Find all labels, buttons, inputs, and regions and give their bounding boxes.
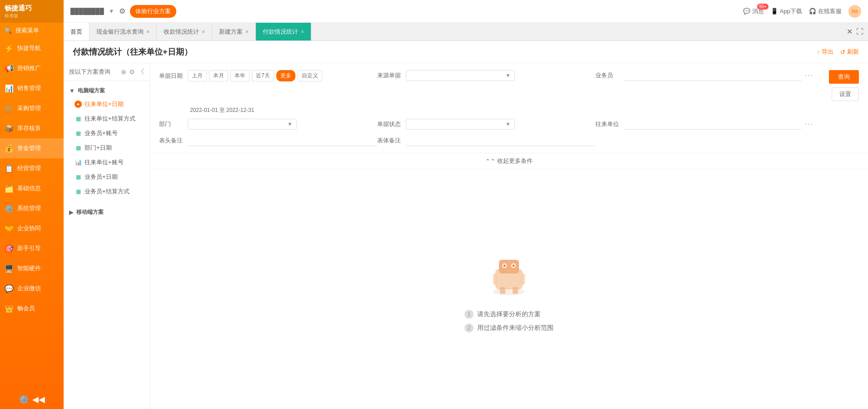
sidebar-item-nav[interactable]: ⚡ 快捷导航 (0, 38, 64, 58)
chevron-down-icon: ▼ (69, 87, 75, 94)
close-all-tabs-icon[interactable]: ✕ (847, 27, 853, 36)
scheme-item-salesman-account[interactable]: ▦ 业务员+账号 (64, 126, 150, 141)
sidebar-item-inventory[interactable]: 📦 库存核算 (0, 118, 64, 138)
refresh-btn[interactable]: ↺ 刷新 (840, 48, 859, 56)
user-info[interactable]: ████████ (70, 8, 104, 15)
messages-btn[interactable]: 💬 消息 99+ (743, 7, 764, 15)
tab-receipts-close[interactable]: × (202, 29, 205, 35)
user-dropdown-icon[interactable]: ▼ (109, 8, 115, 15)
sidebar-item-sales[interactable]: 📊 销售管理 (0, 78, 64, 98)
source-filter-label: 来源单据 (377, 71, 402, 80)
maximize-icon[interactable]: ⛶ (856, 28, 863, 36)
scheme-item-partner-payment[interactable]: ▦ 往来单位+结算方式 (64, 111, 150, 126)
date-filter-buttons: 上月 本月 本年 近7天 更多 自定义 (188, 70, 322, 81)
svg-rect-7 (504, 271, 514, 273)
tab-new-scheme[interactable]: 新建方案 × (212, 23, 256, 40)
chart-icon: 📊 (75, 159, 82, 166)
scheme-item-salesman-settlement[interactable]: ▦ 业务员+结算方式 (64, 184, 150, 199)
scheme-group-mobile-label: 移动端方案 (76, 208, 104, 216)
sidebar-item-finance[interactable]: 💰 资金管理 (0, 138, 64, 158)
settings-icon[interactable]: ⚙️ (19, 394, 29, 404)
trial-btn[interactable]: 体验行业方案 (130, 5, 176, 18)
last-7days-btn[interactable]: 近7天 (252, 70, 274, 81)
tab-home[interactable]: 首页 (64, 23, 90, 40)
this-month-btn[interactable]: 本月 (209, 70, 228, 81)
scheme-item-label: 业务员+账号 (85, 129, 118, 137)
export-icon: ↑ (817, 49, 820, 56)
sidebar-item-system[interactable]: ⚙️ 系统管理 (0, 198, 64, 218)
topbar: ████████ ▼ ⚙ 体验行业方案 💬 消息 99+ 📱 App下载 🎧 在… (64, 0, 868, 23)
filter-area: 单据日期 上月 本月 本年 近7天 更多 自定义 来源单据 (150, 63, 868, 153)
body-note-input[interactable] (406, 135, 595, 146)
partner-input[interactable] (624, 119, 801, 130)
empty-tip-1: 1 请先选择要分析的方案 (464, 310, 554, 319)
tab-new-scheme-close[interactable]: × (245, 29, 249, 35)
tab-payment[interactable]: 付款情况统计 × (256, 23, 311, 40)
date-range-display: 2022-01-01 至 2022-12-31 (190, 107, 254, 113)
doc-status-dropdown-icon: ▼ (505, 121, 511, 127)
collapse-btn[interactable]: ⌃⌃ 收起更多条件 (485, 157, 533, 165)
settings-gear-icon[interactable]: ⚙ (119, 7, 125, 15)
page: 付款情况统计（往来单位+日期） ↑ 导出 ↺ 刷新 按以下方案查询 ⊕ (64, 41, 868, 409)
scheme-group-desktop-header[interactable]: ▼ 电脑端方案 (64, 85, 150, 97)
nav-icon: ⚡ (5, 44, 14, 53)
sidebar-item-label: 系统管理 (17, 204, 41, 212)
sidebar-item-marketing[interactable]: 📢 营销推广 (0, 58, 64, 78)
salesman-input[interactable] (624, 70, 801, 81)
table-icon: ▦ (75, 115, 82, 122)
scheme-item-partner-date[interactable]: ● 往来单位+日期 (64, 97, 150, 111)
tab-payment-close[interactable]: × (301, 29, 304, 35)
tabbar-actions: ✕ ⛶ (842, 23, 868, 40)
this-year-btn[interactable]: 本年 (230, 70, 249, 81)
tab-receipts[interactable]: 收款情况统计 × (157, 23, 212, 40)
dept-select[interactable]: ▼ (188, 119, 297, 130)
search-menu-item[interactable]: 🔍 搜索菜单 (0, 23, 64, 38)
sidebar-item-label: 营销推广 (17, 64, 41, 72)
scheme-group-mobile-header[interactable]: ▶ 移动端方案 (64, 206, 150, 218)
setting-btn[interactable]: 设置 (832, 87, 859, 101)
sidebar-item-operation[interactable]: 📋 经营管理 (0, 158, 64, 178)
app-download-label: App下载 (780, 7, 802, 15)
manage-scheme-icon[interactable]: ⚙ (129, 68, 135, 76)
scheme-item-partner-account[interactable]: 📊 往来单位+账号 (64, 155, 150, 170)
salesman-more-icon[interactable]: ··· (805, 71, 813, 80)
scheme-item-salesman-date[interactable]: ▦ 业务员+日期 (64, 170, 150, 184)
more-date-btn[interactable]: 更多 (276, 70, 295, 81)
doc-status-select[interactable]: ▼ (406, 119, 515, 130)
sidebar-item-purchase[interactable]: 🛒 采购管理 (0, 98, 64, 118)
source-select[interactable]: ▼ (406, 70, 515, 81)
sidebar-item-hardware[interactable]: 🖥️ 智能硬件 (0, 258, 64, 278)
add-scheme-icon[interactable]: ⊕ (121, 68, 126, 76)
scheme-item-dept-date[interactable]: ▦ 部门+日期 (64, 141, 150, 155)
header-note-input[interactable] (188, 135, 377, 146)
sidebar-item-label: 销售管理 (17, 84, 41, 92)
partner-more-icon[interactable]: ··· (805, 120, 813, 128)
scheme-item-label: 往来单位+账号 (85, 158, 124, 167)
collapse-scheme-panel-icon[interactable]: 《 (138, 68, 144, 76)
collapse-sidebar-icon[interactable]: ◀◀ (32, 394, 45, 404)
export-btn[interactable]: ↑ 导出 (817, 48, 834, 56)
refresh-label: 刷新 (847, 48, 859, 56)
custom-date-btn[interactable]: 自定义 (298, 70, 322, 81)
query-btn[interactable]: 查询 (829, 70, 859, 84)
header-note-label: 表头备注 (159, 136, 184, 145)
empty-illustration (482, 246, 536, 301)
sidebar-item-enterprise[interactable]: 🤝 企业协同 (0, 218, 64, 238)
member-icon: 👑 (5, 304, 14, 313)
sidebar-item-label: 新手引导 (17, 244, 41, 252)
sidebar-item-guide[interactable]: 🎯 新手引导 (0, 238, 64, 258)
sidebar-item-basic[interactable]: 🗂️ 基础信息 (0, 178, 64, 198)
scheme-group-desktop-label: 电脑端方案 (78, 87, 105, 95)
app-edition: 标准版 (5, 13, 32, 19)
app-download-btn[interactable]: 📱 App下载 (771, 7, 802, 15)
tip-2-number: 2 (464, 323, 474, 333)
tab-bank[interactable]: 现金银行流水查询 × (90, 23, 157, 40)
sidebar-item-wechat[interactable]: 💬 企业微信 (0, 278, 64, 298)
tab-bank-close[interactable]: × (146, 29, 150, 35)
last-month-btn[interactable]: 上月 (188, 70, 207, 81)
scheme-header-label: 按以下方案查询 (69, 68, 110, 76)
user-avatar[interactable]: Rit (848, 5, 861, 18)
collapse-btn-label: 收起更多条件 (497, 157, 533, 165)
sidebar-item-member[interactable]: 👑 畅会员 (0, 298, 64, 318)
online-service-btn[interactable]: 🎧 在线客服 (809, 7, 842, 15)
